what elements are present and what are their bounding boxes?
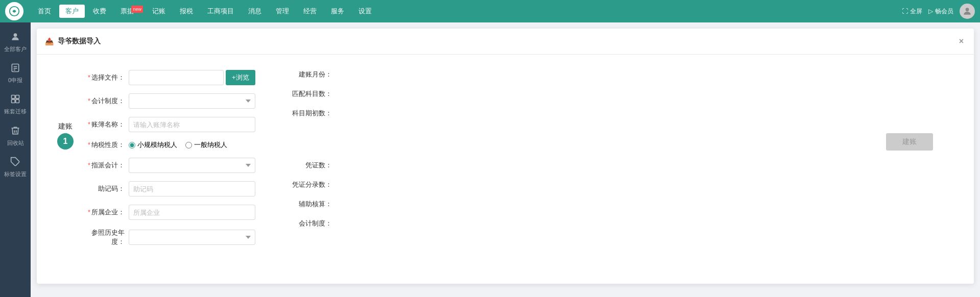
sidebar-label-zero-report: 0申报 — [8, 77, 22, 84]
auxiliary-row: 辅助核算： — [286, 200, 953, 209]
nav-management[interactable]: 管理 — [270, 5, 295, 18]
nav-home[interactable]: 首页 — [32, 5, 57, 18]
ledger-name-row: *账簿名称： — [84, 117, 255, 132]
close-button[interactable]: × — [957, 35, 966, 48]
voucher-records-row: 凭证分录数： — [286, 180, 953, 189]
dialog-title: 导爷数据导入 — [58, 37, 101, 46]
sidebar-item-trash[interactable]: 回收站 — [1, 121, 30, 151]
browse-button[interactable]: +浏览 — [226, 70, 255, 85]
fullscreen-button[interactable]: ⛶ 全屏 — [902, 7, 922, 16]
nav-items: 首页 客户 收费 票据 new 记账 报税 工商项目 消息 管理 经营 服务 设… — [32, 5, 902, 18]
company-row: *所属企业： — [84, 205, 255, 220]
period-opening-row: 科目期初数： — [286, 109, 953, 118]
tax-nature-group: 小规模纳税人 一般纳税人 — [129, 140, 255, 150]
month-label: 建账月份： — [286, 70, 332, 79]
fullscreen-icon: ⛶ — [902, 8, 908, 15]
svg-point-2 — [14, 33, 17, 37]
sidebar: 全部客户 0申报 账套迁移 — [0, 22, 31, 297]
nav-fee[interactable]: 收费 — [87, 5, 112, 18]
memo-row: 助记码： — [84, 181, 255, 196]
svg-rect-9 — [12, 100, 15, 103]
accountant-select[interactable] — [129, 158, 255, 173]
file-row: *选择文件： +浏览 — [84, 70, 255, 85]
voucher-row: 凭证数： — [286, 161, 953, 170]
svg-point-1 — [966, 8, 969, 11]
tax-general-option[interactable]: 一般纳税人 — [185, 140, 227, 150]
accountant-row: *指派会计： — [84, 158, 255, 173]
voucher-label: 凭证数： — [286, 161, 332, 170]
ledger-name-label: *账簿名称： — [84, 120, 125, 129]
company-label: *所属企业： — [84, 208, 125, 217]
nav-invoice[interactable]: 票据 new — [114, 5, 144, 18]
right-accounting-label: 会计制度： — [286, 219, 332, 228]
svg-rect-8 — [16, 95, 19, 99]
migrate-icon — [10, 94, 20, 107]
nav-service[interactable]: 服务 — [325, 5, 350, 18]
file-input-group: +浏览 — [129, 70, 255, 85]
history-year-row: 参照历史年度： — [84, 228, 255, 246]
top-navigation: 首页 客户 收费 票据 new 记账 报税 工商项目 消息 管理 经营 服务 设… — [0, 0, 980, 22]
accounting-system-row: *会计制度： — [84, 93, 255, 109]
main-layout: 全部客户 0申报 账套迁移 — [0, 22, 980, 297]
form-section: *选择文件： +浏览 *会计制度： — [84, 70, 255, 255]
accounting-system-select[interactable] — [129, 93, 255, 109]
import-dialog: 📤 导爷数据导入 × 建账 1 — [37, 29, 974, 284]
sidebar-item-migration[interactable]: 账套迁移 — [1, 90, 30, 119]
nav-operation[interactable]: 经营 — [297, 5, 323, 18]
tax-small-option[interactable]: 小规模纳税人 — [129, 140, 177, 150]
tax-small-label: 小规模纳税人 — [137, 140, 177, 150]
user-avatar[interactable] — [960, 4, 975, 19]
new-badge: new — [131, 6, 143, 13]
file-required: * — [88, 73, 90, 81]
company-input[interactable] — [129, 205, 255, 220]
nav-message[interactable]: 消息 — [242, 5, 268, 18]
sidebar-label-all-customers: 全部客户 — [4, 46, 27, 53]
dialog-body: 建账 1 *选择文件： +浏览 — [37, 55, 974, 270]
step-circle: 1 — [57, 133, 74, 150]
nav-business[interactable]: 工商项目 — [201, 5, 240, 18]
history-year-label: 参照历史年度： — [84, 228, 125, 246]
nav-right: ⛶ 全屏 ▷ 畅会员 — [902, 4, 975, 19]
tax-small-radio[interactable] — [129, 142, 135, 148]
svg-rect-10 — [16, 100, 19, 103]
tax-general-radio[interactable] — [185, 142, 192, 148]
history-year-select[interactable] — [129, 230, 255, 245]
svg-rect-7 — [12, 95, 15, 99]
dialog-title-area: 📤 导爷数据导入 — [45, 37, 101, 46]
right-accounting-row: 会计制度： — [286, 219, 953, 228]
ledger-name-input[interactable] — [129, 117, 255, 132]
nav-bookkeeping[interactable]: 记账 — [146, 5, 172, 18]
step-section: 建账 1 *选择文件： +浏览 — [57, 70, 255, 255]
report-icon — [10, 63, 20, 76]
sidebar-label-tag-settings: 标签设置 — [4, 171, 27, 178]
trash-icon — [10, 126, 20, 138]
file-label: *选择文件： — [84, 73, 125, 82]
nav-customer[interactable]: 客户 — [59, 5, 85, 18]
tag-icon — [10, 157, 20, 169]
main-content: 📤 导爷数据导入 × 建账 1 — [31, 22, 980, 297]
accounting-system-label: *会计制度： — [84, 96, 125, 106]
user-icon — [10, 32, 20, 44]
sidebar-item-zero-report[interactable]: 0申报 — [1, 59, 30, 88]
file-input[interactable] — [129, 70, 224, 85]
tax-nature-row: *纳税性质： 小规模纳税人 一般纳税人 — [84, 140, 255, 150]
accountant-label: *指派会计： — [84, 161, 125, 170]
create-account-button[interactable]: 建账 — [886, 133, 933, 151]
nav-tax[interactable]: 报税 — [174, 5, 199, 18]
match-subjects-label: 匹配科目数： — [286, 89, 332, 98]
sidebar-label-trash: 回收站 — [7, 140, 24, 146]
dialog-header: 📤 导爷数据导入 × — [37, 29, 974, 55]
logo[interactable] — [5, 2, 23, 20]
memo-input[interactable] — [129, 181, 255, 196]
vip-button[interactable]: ▷ 畅会员 — [928, 7, 953, 16]
sidebar-item-tag-settings[interactable]: 标签设置 — [1, 153, 30, 182]
sidebar-item-all-customers[interactable]: 全部客户 — [1, 28, 30, 57]
nav-settings[interactable]: 设置 — [352, 5, 378, 18]
tax-general-label: 一般纳税人 — [194, 140, 227, 150]
right-section: 建账月份： 匹配科目数： 科目期初数： 建账 凭证 — [286, 70, 953, 255]
import-icon: 📤 — [45, 37, 54, 45]
voucher-records-label: 凭证分录数： — [286, 180, 332, 189]
match-subjects-row: 匹配科目数： — [286, 89, 953, 98]
tax-nature-label: *纳税性质： — [84, 140, 125, 150]
step-label: 建账 — [58, 122, 73, 131]
